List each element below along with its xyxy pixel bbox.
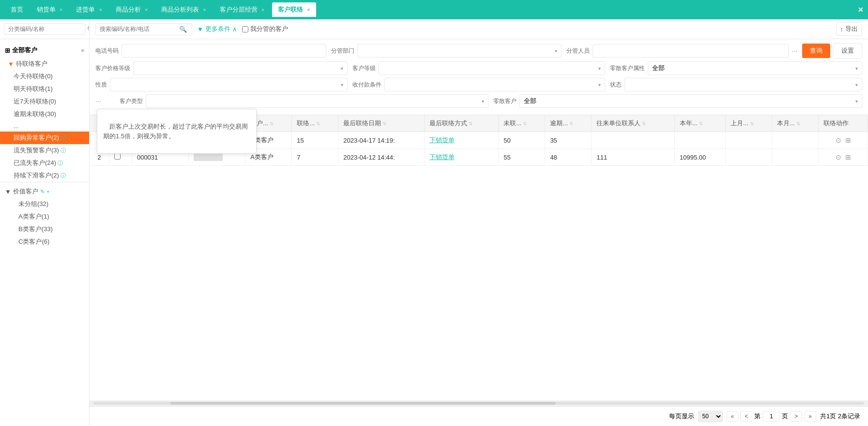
sidebar-more-dots[interactable]: ... — [14, 122, 19, 130]
filter-dept: 分管部门 ▾ — [331, 44, 562, 58]
row2-not-contact: 55 — [499, 149, 545, 166]
status-select[interactable]: ▾ — [624, 78, 862, 91]
query-button[interactable]: 查询 — [802, 44, 830, 58]
th-last-month[interactable]: 上月...⇅ — [725, 115, 772, 132]
value-edit-icon[interactable]: ✎ — [40, 189, 45, 195]
th-overdue[interactable]: 逾期...⇅ — [545, 115, 592, 132]
customer-level-select[interactable]: ▾ — [379, 61, 605, 75]
retail-customer-select[interactable]: 全部 ▾ — [519, 94, 862, 108]
sidebar-b-class[interactable]: B类客户(33) — [5, 223, 84, 235]
th-last-contact-way[interactable]: 最后联络方式⇅ — [424, 115, 498, 132]
first-page-btn[interactable]: « — [727, 411, 739, 422]
dept-select[interactable]: ▾ — [357, 44, 562, 58]
setting-button[interactable]: 设置 — [833, 43, 862, 59]
sidebar-search-input[interactable] — [4, 23, 85, 35]
churn-warning-info-icon[interactable]: ⓘ — [61, 147, 66, 153]
price-level-select[interactable]: ▾ — [133, 61, 348, 75]
nature-select[interactable]: ▾ — [110, 78, 348, 91]
sidebar-ungroup[interactable]: 未分组(32) — [5, 198, 84, 210]
page-input[interactable] — [762, 411, 780, 422]
row2-select[interactable] — [114, 153, 121, 160]
filter-row-3: 性质 ▾ 收付款条件 ▾ 状态 — [95, 78, 862, 91]
row1-action: ⊙ ⊞ — [819, 132, 868, 149]
row2-link-icon[interactable]: ⊙ — [836, 153, 841, 161]
sidebar-a-class[interactable]: A类客户(1) — [5, 210, 84, 223]
last-page-btn[interactable]: » — [804, 411, 816, 422]
value-add-icon[interactable]: + — [46, 189, 49, 194]
nav-customer-contact[interactable]: 客户联络 × — [272, 2, 316, 17]
sidebar-repurchase-anomaly[interactable]: 回购异常客户(2) ⓘ — [0, 132, 89, 144]
row1-grid-icon[interactable]: ⊞ — [845, 136, 851, 144]
more-filters-btn[interactable]: ▼ 更多条件 ∧ — [197, 25, 237, 33]
sidebar-declining[interactable]: 持续下滑客户(2) ⓘ — [0, 169, 89, 182]
collapse-icon[interactable]: » — [81, 47, 84, 54]
filter-customer-type: 客户类型 ▾ — [120, 94, 488, 108]
unit-sort-icon: ⇅ — [642, 121, 646, 126]
main-search-icon[interactable]: 🔍 — [179, 26, 187, 33]
nav-home[interactable]: 首页 — [5, 2, 29, 17]
nav-customer-segmentation[interactable]: 客户分层经营 × — [214, 2, 270, 17]
export-icon: ↑ — [840, 26, 844, 33]
row1-this-month — [772, 132, 819, 149]
manager-input[interactable] — [593, 44, 789, 58]
manager-dots[interactable]: ··· — [792, 47, 797, 55]
row1-last-way[interactable]: 下销货单 — [424, 132, 498, 149]
way-sort-icon: ⇅ — [469, 121, 472, 126]
sidebar-overdue-waiting[interactable]: 逾期未联络(30) — [0, 108, 89, 120]
nav-customer-seg-close[interactable]: × — [261, 7, 264, 13]
close-all-tabs[interactable]: × — [858, 5, 863, 15]
row2-grid-icon[interactable]: ⊞ — [845, 153, 851, 161]
th-last-contact-date[interactable]: 最后联络日期⇅ — [338, 115, 425, 132]
row2-last-month — [725, 149, 772, 166]
churned-info-icon[interactable]: ⓘ — [58, 160, 63, 166]
nav-purchase-close[interactable]: × — [99, 7, 102, 13]
row4-dots[interactable]: ··· — [95, 97, 101, 105]
sidebar-waiting-section[interactable]: ▼ 待联络客户 — [0, 58, 89, 70]
nav-product-analysis-list-close[interactable]: × — [203, 7, 206, 13]
nav-customer-contact-close[interactable]: × — [307, 7, 310, 13]
sidebar-value-customer-header[interactable]: ▼ 价值客户 ✎ + — [5, 185, 84, 198]
overdue-sort-icon: ⇅ — [569, 121, 573, 126]
nav-purchase[interactable]: 进货单 × — [70, 2, 107, 17]
retail-attr-arrow: ▾ — [855, 66, 858, 71]
filter-dots-cell: ··· — [95, 97, 115, 105]
sidebar-c-class[interactable]: C类客户(6) — [5, 235, 84, 248]
top-nav: 首页 销货单 × 进货单 × 商品分析 × 商品分析列表 × 客户分层经营 × … — [0, 0, 868, 19]
filter-retail-customer: 零散客户 全部 ▾ — [493, 94, 862, 108]
th-unit-contact[interactable]: 往来单位联系人⇅ — [592, 115, 675, 132]
customer-type-select[interactable]: ▾ — [146, 94, 488, 108]
sidebar-churn-warning[interactable]: 流失预警客户(3) ⓘ — [0, 144, 89, 157]
th-this-year[interactable]: 本年...⇅ — [675, 115, 726, 132]
export-button[interactable]: ↑ 导出 — [836, 22, 863, 36]
nav-sales[interactable]: 销货单 × — [31, 2, 68, 17]
per-page-select[interactable]: 50 100 200 — [698, 411, 723, 422]
repurchase-info-icon[interactable]: ⓘ — [61, 134, 66, 142]
nav-product-analysis-list[interactable]: 商品分析列表 × — [155, 2, 212, 17]
nav-sales-close[interactable]: × — [60, 7, 62, 13]
next-page-btn[interactable]: > — [790, 411, 802, 422]
scrollbar-thumb[interactable] — [170, 402, 556, 405]
payment-select[interactable]: ▾ — [384, 78, 605, 91]
nav-product-analysis[interactable]: 商品分析 × — [110, 2, 153, 17]
pagination-bar: 每页显示 50 100 200 « < 第 页 > » 共1页 2条记录 — [90, 406, 868, 426]
nav-product-analysis-close[interactable]: × — [145, 7, 148, 13]
sidebar-churned[interactable]: 已流失客户(24) ⓘ — [0, 157, 89, 169]
th-contact[interactable]: 联络...⇅ — [292, 115, 338, 132]
main-search-input[interactable] — [100, 26, 177, 32]
row1-contact: 15 — [292, 132, 338, 149]
declining-info-icon[interactable]: ⓘ — [61, 173, 66, 178]
sidebar-tomorrow-waiting[interactable]: 明天待联络(1) — [0, 83, 89, 95]
phone-input[interactable] — [122, 44, 326, 58]
th-this-month[interactable]: 本月...⇅ — [772, 115, 819, 132]
sidebar-today-waiting[interactable]: 今天待联络(0) — [0, 70, 89, 83]
prev-page-btn[interactable]: < — [740, 411, 752, 422]
sidebar-7day-waiting[interactable]: 近7天待联络(0) — [0, 95, 89, 108]
sidebar-all-customers[interactable]: ⊞ 全部客户 » — [0, 43, 89, 58]
row1-link-icon[interactable]: ⊙ — [836, 136, 841, 144]
row2-last-way[interactable]: 下销货单 — [424, 149, 498, 166]
retail-attr-select[interactable]: 全部 ▾ — [648, 61, 862, 75]
my-customers-checkbox[interactable] — [242, 26, 248, 32]
filter-action-buttons: 查询 设置 — [802, 43, 862, 59]
horizontal-scrollbar[interactable] — [90, 400, 868, 406]
th-not-contact[interactable]: 未联...⇅ — [499, 115, 545, 132]
